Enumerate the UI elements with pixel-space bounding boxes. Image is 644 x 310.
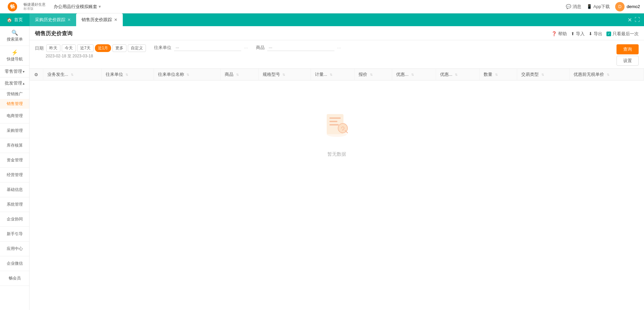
settings-button[interactable]: 设置 xyxy=(616,56,639,66)
sidebar-item-wholesale[interactable]: 批发管理 ▴ xyxy=(0,78,29,89)
sidebar-item-enterprise[interactable]: 企业协同 xyxy=(0,212,29,227)
home-icon: 🏠 xyxy=(7,17,12,22)
col-unit[interactable]: 计量... ⇅ xyxy=(311,69,354,81)
main-layout: 🔍 搜索菜单 ⚡ 快捷导航 零售管理 ▾ 批发管理 ▴ 营销推广 销售管理 电商… xyxy=(0,26,644,310)
sidebar-item-newbie[interactable]: 新手引导 xyxy=(0,227,29,242)
import-icon: ⬆ xyxy=(571,31,575,36)
sort-icon: ⇅ xyxy=(125,73,128,76)
sidebar-item-operations[interactable]: 经营管理 xyxy=(0,168,29,183)
search-button[interactable]: 查询 xyxy=(616,44,639,54)
date-btn-custom[interactable]: 自定义 xyxy=(128,44,146,52)
close-tab-sales[interactable]: ✕ xyxy=(114,17,117,22)
product-label: 商品 xyxy=(256,45,265,51)
col-partner-name[interactable]: 往来单位名称 ⇅ xyxy=(154,69,221,81)
only-last-checkbox[interactable]: ✓ 只看最后一次 xyxy=(606,31,639,37)
sort-icon: ⇅ xyxy=(607,73,609,76)
window-controls: ✕ ⛶ xyxy=(624,17,644,23)
filter-area: 日期 昨天 今天 近7天 近1月 更多 自定义 2023-02-18 xyxy=(30,40,644,69)
sort-icon: ⇅ xyxy=(236,73,239,76)
sort-icon: ⇅ xyxy=(186,73,189,76)
col-trade-type[interactable]: 交易类型 ⇅ xyxy=(517,69,570,81)
export-action[interactable]: ⬇ 导出 xyxy=(589,31,602,37)
partner-input[interactable] xyxy=(174,44,241,51)
col-discount2[interactable]: 优惠... ⇅ xyxy=(436,69,479,81)
tab-purchase-history[interactable]: 采购历史价跟踪 ✕ xyxy=(30,13,76,26)
close-window-icon[interactable]: ✕ xyxy=(628,17,632,23)
tab-home[interactable]: 🏠 首页 xyxy=(0,13,30,26)
chevron-down-icon: ▾ xyxy=(23,70,24,73)
import-action[interactable]: ⬆ 导入 xyxy=(571,31,585,37)
page-title: 销售历史价查询 xyxy=(35,30,72,37)
close-tab-purchase[interactable]: ✕ xyxy=(67,17,71,22)
date-btn-last7days[interactable]: 近7天 xyxy=(77,44,94,52)
date-btn-more[interactable]: 更多 xyxy=(112,44,126,52)
search-icon: 🔍 xyxy=(11,30,18,36)
logo-icon: 畅 xyxy=(8,2,17,11)
svg-point-6 xyxy=(342,130,343,131)
date-btn-yesterday[interactable]: 昨天 xyxy=(46,44,60,52)
page-container: 销售历史价查询 ❓ 帮助 ⬆ 导入 ⬇ 导出 ✓ xyxy=(30,26,644,310)
product-filter-group: 商品 ··· xyxy=(256,44,341,51)
sidebar: 🔍 搜索菜单 ⚡ 快捷导航 零售管理 ▾ 批发管理 ▴ 营销推广 销售管理 电商… xyxy=(0,26,30,310)
tab-sales-history[interactable]: 销售历史价跟踪 ✕ xyxy=(76,13,123,26)
col-qty[interactable]: 数量 ⇅ xyxy=(480,69,517,81)
help-action[interactable]: ❓ 帮助 xyxy=(551,31,567,37)
svg-rect-3 xyxy=(329,121,337,122)
data-table: ⚙ 业务发生... ⇅ 往来单位 ⇅ 往来单位名称 ⇅ xyxy=(30,69,644,81)
top-actions: 💬 消息 📱 App下载 D demo2 xyxy=(566,2,640,11)
message-icon: 💬 xyxy=(566,4,571,9)
empty-state: 暂无数据 xyxy=(30,81,644,184)
date-btn-last1month[interactable]: 近1月 xyxy=(95,44,111,52)
top-bar: 畅 畅捷通好生意 标准版 办公用品行业模拟账套 ▾ 💬 消息 📱 App下载 D… xyxy=(0,0,644,13)
sidebar-item-sales-mgmt[interactable]: 销售管理 xyxy=(0,99,29,109)
col-quote[interactable]: 报价 ⇅ xyxy=(355,69,392,81)
sidebar-item-search[interactable]: 🔍 搜索菜单 xyxy=(0,26,29,46)
sidebar-item-app-center[interactable]: 应用中心 xyxy=(0,242,29,256)
sort-icon: ⇅ xyxy=(541,73,544,76)
export-icon: ⬇ xyxy=(589,31,592,36)
help-icon: ❓ xyxy=(551,31,557,36)
sidebar-item-wechat[interactable]: 企业微信 xyxy=(0,256,29,271)
maximize-window-icon[interactable]: ⛶ xyxy=(635,17,640,23)
tab-bar: 🏠 首页 采购历史价跟踪 ✕ 销售历史价跟踪 ✕ ✕ ⛶ xyxy=(0,13,644,26)
sort-icon: ⇅ xyxy=(495,73,498,76)
message-action[interactable]: 💬 消息 xyxy=(566,4,581,10)
col-product[interactable]: 商品 ⇅ xyxy=(221,69,258,81)
table-header-row: ⚙ 业务发生... ⇅ 往来单位 ⇅ 往来单位名称 ⇅ xyxy=(30,69,644,81)
sidebar-item-retail[interactable]: 零售管理 ▾ xyxy=(0,66,29,78)
svg-rect-2 xyxy=(329,117,341,119)
sidebar-item-finance[interactable]: 资金管理 xyxy=(0,153,29,168)
col-spec[interactable]: 规格型号 ⇅ xyxy=(258,69,311,81)
product-dots: ··· xyxy=(337,45,341,50)
page-header: 销售历史价查询 ❓ 帮助 ⬆ 导入 ⬇ 导出 ✓ xyxy=(30,26,644,40)
table-container: ⚙ 业务发生... ⇅ 往来单位 ⇅ 往来单位名称 ⇅ xyxy=(30,69,644,310)
col-pretax-price[interactable]: 优惠前无税单价 ⇅ xyxy=(570,69,644,81)
chevron-down-icon: ▾ xyxy=(99,4,101,9)
sort-icon: ⇅ xyxy=(411,73,414,76)
date-label: 日期 xyxy=(35,45,44,51)
col-biz-date[interactable]: 业务发生... ⇅ xyxy=(43,69,101,81)
sidebar-item-system[interactable]: 系统管理 xyxy=(0,197,29,212)
sidebar-item-basic-info[interactable]: 基础信息 xyxy=(0,183,29,197)
col-partner-code[interactable]: 往来单位 ⇅ xyxy=(101,69,154,81)
col-discount1[interactable]: 优惠... ⇅ xyxy=(392,69,436,81)
sidebar-item-purchase[interactable]: 采购管理 xyxy=(0,123,29,138)
content-area: 销售历史价查询 ❓ 帮助 ⬆ 导入 ⬇ 导出 ✓ xyxy=(30,26,644,310)
account-dropdown[interactable]: 办公用品行业模拟账套 ▾ xyxy=(51,2,104,11)
sidebar-item-member[interactable]: 畅会员 xyxy=(0,271,29,286)
product-input[interactable] xyxy=(267,44,334,51)
col-settings[interactable]: ⚙ xyxy=(30,69,43,81)
sidebar-item-ecommerce[interactable]: 电商管理 xyxy=(0,109,29,123)
empty-text: 暂无数据 xyxy=(327,151,346,157)
user-profile[interactable]: D demo2 xyxy=(615,2,640,11)
page-actions: ❓ 帮助 ⬆ 导入 ⬇ 导出 ✓ 只看最后一次 xyxy=(551,31,639,37)
partner-label: 往来单位 xyxy=(154,45,171,51)
sidebar-item-quicknav[interactable]: ⚡ 快捷导航 xyxy=(0,46,29,66)
empty-icon xyxy=(320,107,354,147)
sidebar-item-marketing[interactable]: 营销推广 xyxy=(0,89,29,99)
date-btn-today[interactable]: 今天 xyxy=(62,44,76,52)
sort-icon: ⇅ xyxy=(370,73,373,76)
logo: 畅 xyxy=(4,1,21,13)
app-download-action[interactable]: 📱 App下载 xyxy=(587,4,610,10)
sidebar-item-inventory[interactable]: 库存核算 xyxy=(0,138,29,153)
